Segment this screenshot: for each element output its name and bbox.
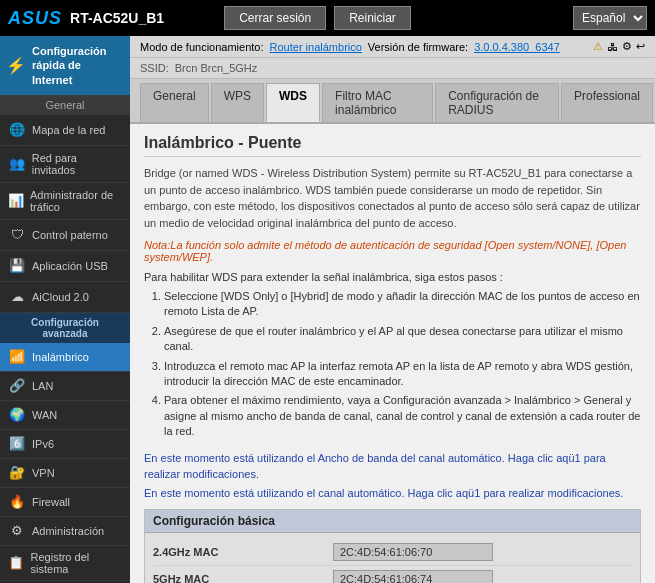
config-basic-title: Configuración básica (145, 510, 640, 533)
traffic-icon: 📊 (8, 192, 24, 210)
sidebar-label-wan: WAN (32, 409, 57, 421)
logout-icon[interactable]: ↩ (636, 40, 645, 53)
sidebar-item-administracion[interactable]: ⚙ Administración (0, 517, 130, 546)
tab-filtro-mac[interactable]: Filtro MAC inalámbrico (322, 83, 433, 122)
firmware-label: Versión de firmware: (368, 41, 468, 53)
sidebar-item-aicloud[interactable]: ☁ AiCloud 2.0 (0, 282, 130, 313)
step-4: Para obtener el máximo rendimiento, vaya… (164, 393, 641, 439)
usb-icon: 💾 (8, 257, 26, 275)
tab-radius[interactable]: Configuración de RADIUS (435, 83, 559, 122)
tab-wps[interactable]: WPS (211, 83, 264, 122)
guest-icon: 👥 (8, 155, 26, 173)
step-2: Asegúrese de que el router inalámbrico y… (164, 324, 641, 355)
info-bar: Modo de funcionamiento: Router inalámbri… (130, 36, 655, 58)
mode-label: Modo de funcionamiento: (140, 41, 264, 53)
wifi-icon: 📶 (8, 348, 26, 366)
tab-general[interactable]: General (140, 83, 209, 122)
sidebar-item-mapa-red[interactable]: 🌐 Mapa de la red (0, 115, 130, 146)
sidebar-label-ipv6: IPv6 (32, 438, 54, 450)
sidebar-item-inalambrico[interactable]: 📶 Inalámbrico (0, 343, 130, 372)
sidebar-item-admin-trafico[interactable]: 📊 Administrador de tráfico (0, 183, 130, 220)
sidebar-label-vpn: VPN (32, 467, 55, 479)
info-icons: ⚠ 🖧 ⚙ ↩ (593, 40, 645, 53)
step-3: Introduzca el remoto mac AP la interfaz … (164, 359, 641, 390)
restart-button[interactable]: Reiniciar (334, 6, 411, 30)
page-title: Inalámbrico - Puente (144, 134, 641, 157)
header: ASUS RT-AC52U_B1 Cerrar sesión Reiniciar… (0, 0, 655, 36)
auto-channel-link-2[interactable]: aqü1 (456, 487, 480, 499)
sidebar-label-app-usb: Aplicación USB (32, 260, 108, 272)
sidebar-label-red-invitados: Red para invitados (32, 152, 122, 176)
sidebar-item-firewall[interactable]: 🔥 Firewall (0, 488, 130, 517)
sidebar-label-mapa-red: Mapa de la red (32, 124, 105, 136)
tab-wds[interactable]: WDS (266, 83, 320, 122)
sidebar-label-administracion: Administración (32, 525, 104, 537)
network-icon: 🖧 (607, 41, 618, 53)
settings-icon[interactable]: ⚙ (622, 40, 632, 53)
warning-icon: ⚠ (593, 40, 603, 53)
steps-title: Para habilitar WDS para extender la seña… (144, 271, 641, 283)
close-session-button[interactable]: Cerrar sesión (224, 6, 326, 30)
firewall-icon: 🔥 (8, 493, 26, 511)
sidebar-label-inalambrico: Inalámbrico (32, 351, 89, 363)
auto-channel-note-2: En este momento está utilizando el canal… (144, 485, 641, 502)
ipv6-icon: 6️⃣ (8, 435, 26, 453)
sidebar-item-wan[interactable]: 🌍 WAN (0, 401, 130, 430)
config-basic-section: Configuración básica 2.4GHz MAC 5GHz MAC (144, 509, 641, 583)
note-text: Nota:La función solo admite el método de… (144, 239, 641, 263)
cloud-icon: ☁ (8, 288, 26, 306)
input-5ghz-mac[interactable] (333, 570, 493, 583)
sidebar-label-admin-trafico: Administrador de tráfico (30, 189, 122, 213)
router-model: RT-AC52U_B1 (70, 10, 216, 26)
wan-icon: 🌍 (8, 406, 26, 424)
tab-bar: General WPS WDS Filtro MAC inalámbrico C… (130, 79, 655, 124)
admin-icon: ⚙ (8, 522, 26, 540)
lan-icon: 🔗 (8, 377, 26, 395)
language-select[interactable]: Español (573, 6, 647, 30)
sidebar-label-lan: LAN (32, 380, 53, 392)
mode-link[interactable]: Router inalámbrico (270, 41, 362, 53)
advanced-section-title: Configuración avanzada (0, 313, 130, 343)
sidebar-label-aicloud: AiCloud 2.0 (32, 291, 89, 303)
ssid-label: SSID: (140, 62, 169, 74)
ssid-value: Brcn Brcn_5GHz (175, 62, 258, 74)
sidebar-label-registro: Registro del sistema (31, 551, 122, 575)
quick-config-button[interactable]: ⚡ Configuración rápida de Internet (0, 36, 130, 95)
sidebar-item-red-invitados[interactable]: 👥 Red para invitados (0, 146, 130, 183)
value-24ghz-mac (333, 543, 632, 561)
sidebar-item-ipv6[interactable]: 6️⃣ IPv6 (0, 430, 130, 459)
sidebar-item-control-paterno[interactable]: 🛡 Control paterno (0, 220, 130, 251)
sidebar-item-registro[interactable]: 📋 Registro del sistema (0, 546, 130, 581)
label-24ghz-mac: 2.4GHz MAC (153, 546, 333, 558)
sidebar-item-app-usb[interactable]: 💾 Aplicación USB (0, 251, 130, 282)
quick-config-icon: ⚡ (6, 56, 26, 75)
sidebar-label-firewall: Firewall (32, 496, 70, 508)
general-section-title: General (0, 95, 130, 115)
sidebar: ⚡ Configuración rápida de Internet Gener… (0, 36, 130, 583)
ssid-bar: SSID: Brcn Brcn_5GHz (130, 58, 655, 79)
step-1: Seleccione [WDS Only] o [Hybrid] de modo… (164, 289, 641, 320)
input-24ghz-mac[interactable] (333, 543, 493, 561)
sidebar-label-control-paterno: Control paterno (32, 229, 108, 241)
sidebar-item-vpn[interactable]: 🔐 VPN (0, 459, 130, 488)
log-icon: 📋 (8, 554, 25, 572)
content-area: Inalámbrico - Puente Bridge (or named WD… (130, 124, 655, 583)
page-description: Bridge (or named WDS - Wireless Distribu… (144, 165, 641, 231)
tab-professional[interactable]: Professional (561, 83, 653, 122)
main-content: Modo de funcionamiento: Router inalámbri… (130, 36, 655, 583)
config-row-5ghz-mac: 5GHz MAC (153, 566, 632, 583)
auto-channel-note-1: En este momento está utilizando el Ancho… (144, 450, 641, 483)
sidebar-item-lan[interactable]: 🔗 LAN (0, 372, 130, 401)
value-5ghz-mac (333, 570, 632, 583)
auto-channel-link-1[interactable]: aqü1 (556, 452, 580, 464)
firmware-link[interactable]: 3.0.0.4.380_6347 (474, 41, 560, 53)
vpn-icon: 🔐 (8, 464, 26, 482)
steps-list: Seleccione [WDS Only] o [Hybrid] de modo… (144, 289, 641, 440)
asus-logo: ASUS (8, 8, 62, 29)
quick-config-label: Configuración rápida de Internet (32, 44, 124, 87)
main-layout: ⚡ Configuración rápida de Internet Gener… (0, 36, 655, 583)
label-5ghz-mac: 5GHz MAC (153, 573, 333, 583)
config-row-24ghz-mac: 2.4GHz MAC (153, 539, 632, 566)
parental-icon: 🛡 (8, 226, 26, 244)
map-icon: 🌐 (8, 121, 26, 139)
